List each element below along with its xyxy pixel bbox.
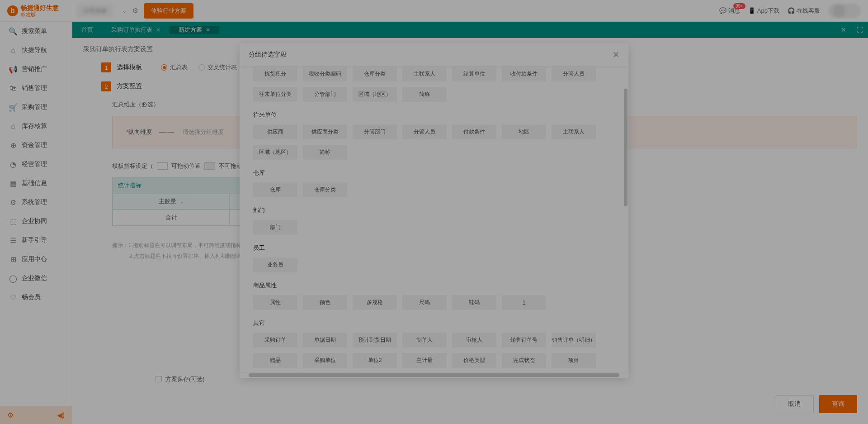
modal-overlay[interactable] [0, 0, 868, 424]
